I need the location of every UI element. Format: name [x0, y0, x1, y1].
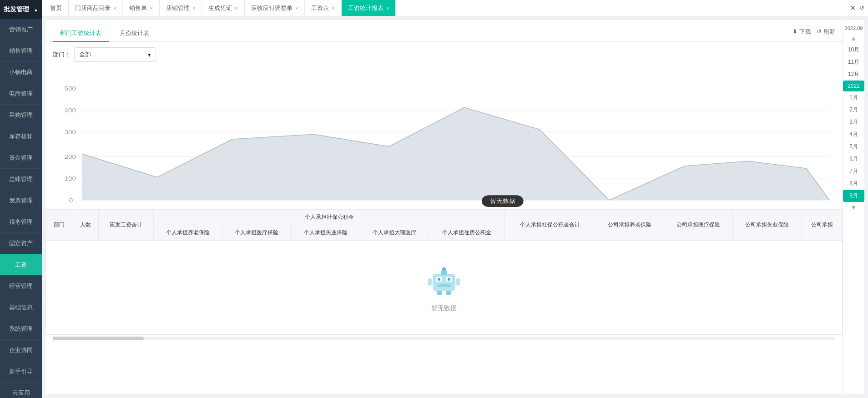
filter-department-label: 部门： [53, 50, 71, 59]
month-item-2月[interactable]: 2月 [843, 104, 864, 116]
sidebar-item-资金管理[interactable]: 资金管理 [0, 147, 42, 169]
tab-label: 工资表 [311, 4, 329, 12]
svg-text:500: 500 [64, 85, 76, 92]
close-all-icon[interactable]: ✕ [850, 4, 856, 12]
stats-table: 部门 人数 应发工资合计 个人承担社保公积金 个人承担社保公积金合计 公司承担养… [45, 209, 843, 335]
svg-rect-20 [428, 278, 432, 286]
svg-rect-17 [437, 284, 451, 287]
tab-close-icon[interactable]: × [150, 5, 152, 11]
month-item-11月[interactable]: 11月 [843, 56, 864, 68]
month-item-7月[interactable]: 7月 [843, 165, 864, 177]
page-content: 部门工资统计表 月份统计表 ⬇ 下载 ↺ 刷新 部门： [45, 20, 843, 394]
col-company-pension: 公司承担养老保险 [595, 210, 664, 241]
tab-应收应付调整单[interactable]: 应收应付调整单× [245, 0, 305, 16]
sidebar-arrow-icon: ▲ [34, 7, 38, 12]
month-item-8月[interactable]: 8月 [843, 177, 864, 190]
svg-point-24 [438, 278, 440, 281]
tab-工资统计报表[interactable]: 工资统计报表× [342, 0, 396, 16]
month-item-2022[interactable]: 2022 [843, 81, 864, 91]
col-department: 部门 [46, 210, 72, 241]
tab-label: 应收应付调整单 [251, 4, 293, 12]
month-item-5月[interactable]: 5月 [843, 141, 864, 153]
download-button[interactable]: ⬇ 下载 [792, 28, 811, 36]
sidebar-item-库存核算[interactable]: 库存核算 [0, 126, 42, 147]
tab-店铺管理[interactable]: 店铺管理× [160, 0, 202, 16]
col-personal-pension: 个人承担养老保险 [153, 225, 222, 241]
sidebar-item-固定资产[interactable]: 固定资产 [0, 233, 42, 254]
tab-label: 工资统计报表 [348, 4, 384, 12]
sidebar-item-经营管理[interactable]: 经营管理 [0, 276, 42, 297]
month-item-3月[interactable]: 3月 [843, 116, 864, 128]
tab-首页[interactable]: 首页 [45, 0, 69, 16]
tab-工资表[interactable]: 工资表× [305, 0, 341, 16]
sidebar-header[interactable]: 批发管理 ▲ [0, 0, 42, 19]
sidebar-item-税务管理[interactable]: 税务管理 [0, 212, 42, 233]
sidebar-item-销售管理[interactable]: 销售管理 [0, 40, 42, 62]
tab-close-icon[interactable]: × [113, 5, 116, 11]
tab-close-icon[interactable]: × [332, 5, 334, 11]
month-item-12月[interactable]: 12月 [843, 68, 864, 81]
sidebar-item-小畅电商[interactable]: 小畅电商 [0, 62, 42, 83]
tab-close-icon[interactable]: × [386, 5, 389, 11]
sidebar-title: 批发管理 [4, 5, 29, 14]
col-company-medical: 公司承担医疗保险 [664, 210, 732, 241]
table-wrapper[interactable]: 部门 人数 应发工资合计 个人承担社保公积金 个人承担社保公积金合计 公司承担养… [45, 209, 843, 394]
chart-container: 0 100 200 300 400 500 [45, 67, 843, 209]
col-personal-big-medical: 个人承担大额医疗 [360, 225, 429, 241]
month-item-10月[interactable]: 10月 [843, 44, 864, 56]
department-select[interactable]: 全部 ▾ [74, 47, 156, 62]
svg-point-25 [448, 278, 450, 281]
col-personal-housing: 个人承担住房公积金 [429, 225, 505, 241]
svg-text:100: 100 [64, 175, 76, 182]
tab-label: 销售单 [129, 4, 147, 12]
scrollbar-thumb[interactable] [53, 337, 144, 340]
sidebar-item-发票管理[interactable]: 发票管理 [0, 190, 42, 212]
sub-tab-actions: ⬇ 下载 ↺ 刷新 [792, 28, 835, 40]
download-label: 下载 [799, 28, 811, 36]
refresh-icon[interactable]: ↺ [859, 5, 864, 11]
col-group-personal: 个人承担社保公积金 [153, 210, 505, 225]
empty-robot-icon [426, 262, 462, 299]
refresh-button[interactable]: ↺ 刷新 [817, 28, 835, 36]
sidebar-item-系统管理[interactable]: 系统管理 [0, 318, 42, 340]
scroll-down-icon[interactable]: ▼ [849, 202, 859, 213]
tab-close-icon[interactable]: × [295, 5, 298, 11]
tab-生成凭证[interactable]: 生成凭证× [202, 0, 244, 16]
tab-department-stats[interactable]: 部门工资统计表 [53, 25, 109, 42]
sub-tabs: 部门工资统计表 月份统计表 [53, 25, 156, 41]
year-label[interactable]: 2022.09 [844, 24, 864, 33]
month-item-6月[interactable]: 6月 [843, 153, 864, 165]
col-headcount: 人数 [72, 210, 99, 241]
tab-门店商品目录[interactable]: 门店商品目录× [69, 0, 123, 16]
svg-rect-14 [433, 274, 455, 291]
tab-label: 首页 [50, 4, 62, 12]
tab-monthly-stats[interactable]: 月份统计表 [112, 25, 156, 42]
sidebar-item-企业协同[interactable]: 企业协同 [0, 340, 42, 361]
sidebar-item-电商管理[interactable]: 电商管理 [0, 83, 42, 105]
tab-close-icon[interactable]: × [235, 5, 237, 11]
col-personal-unemployment: 个人承担失业保险 [291, 225, 360, 241]
svg-text:400: 400 [64, 107, 76, 114]
sidebar-item-采购管理[interactable]: 采购管理 [0, 105, 42, 126]
sidebar-item-工资[interactable]: 工资 [0, 254, 42, 276]
month-item-1月[interactable]: 1月 [843, 91, 864, 104]
svg-text:200: 200 [64, 153, 76, 160]
sidebar-item-基础信息[interactable]: 基础信息 [0, 297, 42, 318]
tab-销售单[interactable]: 销售单× [123, 0, 159, 16]
department-select-value: 全部 [79, 50, 91, 59]
scroll-up-icon[interactable]: ▲ [849, 33, 859, 44]
sidebar-item-营销推广[interactable]: 营销推广 [0, 19, 42, 40]
sidebar: 批发管理 ▲ 营销推广销售管理小畅电商电商管理采购管理库存核算资金管理总账管理发… [0, 0, 42, 398]
tab-close-icon[interactable]: × [192, 5, 195, 11]
sidebar-item-总账管理[interactable]: 总账管理 [0, 169, 42, 190]
svg-rect-22 [437, 291, 442, 295]
col-company-other: 公司承担 [802, 210, 842, 241]
month-item-9月[interactable]: 9月 [843, 190, 864, 202]
tab-label: 生成凭证 [208, 4, 232, 12]
svg-text:300: 300 [64, 129, 76, 136]
sidebar-item-新手引导[interactable]: 新手引导 [0, 361, 42, 383]
horizontal-scrollbar[interactable] [53, 337, 835, 340]
month-item-4月[interactable]: 4月 [843, 128, 864, 141]
sidebar-item-云应用[interactable]: 云应用 [0, 383, 42, 398]
tab-label: 店铺管理 [166, 4, 190, 12]
